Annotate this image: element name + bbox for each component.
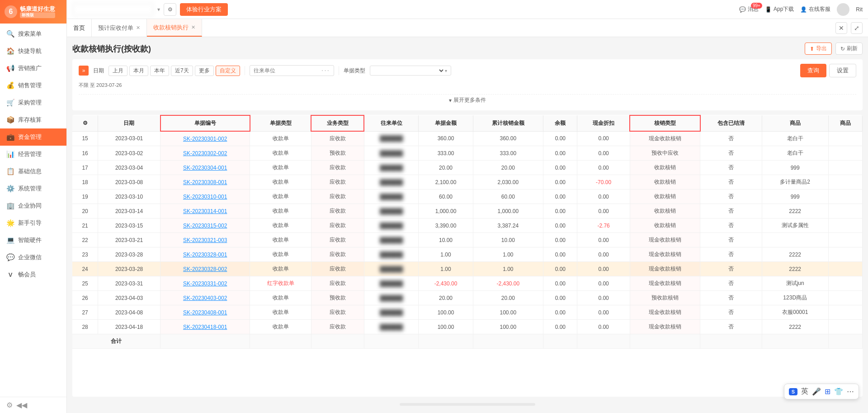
ime-apps-icon[interactable]: ⋯ [847,387,854,396]
sidebar-item-finance[interactable]: 💼 资金管理 [0,128,66,146]
cell-goods2 [828,233,862,247]
ime-mic-icon[interactable]: 🎤 [812,387,821,396]
sidebar-item-purchase[interactable]: 🛒 采购管理 [0,94,66,111]
bill-no-link[interactable]: SK-20230328-002 [183,266,227,272]
sidebar-item-marketing[interactable]: 📢 营销推广 [0,60,66,77]
service-button[interactable]: 👤 在线客服 [800,5,830,13]
cell-amount: 60.00 [419,190,473,204]
bill-no-link[interactable]: SK-20230315-002 [183,223,227,229]
horizontal-scrollbar[interactable] [400,403,535,406]
collapse-icon[interactable]: ◀◀ [16,401,27,409]
cell-date: 2023-03-01 [98,131,160,146]
ime-grid-icon[interactable]: ⊞ [825,387,830,396]
cell-balance: 0.00 [543,305,577,320]
filter-expand-button[interactable]: » [79,66,89,76]
sidebar-item-sales[interactable]: 💰 销售管理 [0,77,66,94]
sidebar-item-member[interactable]: V 畅会员 [0,266,66,283]
total-biz-type [311,334,364,349]
cell-writeoff-type: 现金收款核销 [630,320,700,334]
cell-biz-type: 应收款 [311,247,364,262]
tab-expand-btn[interactable]: ⤢ [851,22,863,34]
table-row: 21 2023-03-15 SK-20230315-002 收款单 应收款 ██… [72,218,863,233]
export-button[interactable]: ⬆ 导出 [805,43,832,55]
bill-no-link[interactable]: SK-20230418-001 [183,324,227,330]
ime-lang-toggle[interactable]: 英 [801,387,808,396]
industry-btn[interactable]: 体验行业方案 [180,3,228,16]
this-year-btn[interactable]: 本年 [150,66,169,76]
last-7days-btn[interactable]: 近7天 [171,66,193,76]
sidebar-item-operations[interactable]: 📊 经营管理 [0,146,66,163]
tab-prepay-close[interactable]: ✕ [136,25,140,31]
sidebar-item-wechat[interactable]: 💬 企业微信 [0,249,66,266]
msg-button[interactable]: 💬 消息 99+ [739,5,759,13]
cell-bill-type: 收款单 [250,204,311,218]
total-goods2 [828,334,862,349]
total-amount [419,334,473,349]
last-month-btn[interactable]: 上月 [108,66,127,76]
topbar-gear-button[interactable]: ⚙ [164,3,176,16]
bill-no-link[interactable]: SK-20230328-001 [183,252,227,258]
sidebar-item-hardware[interactable]: 💻 智能硬件 [0,232,66,249]
bill-no-link[interactable]: SK-20230310-001 [183,194,227,200]
cell-biz-type: 预收款 [311,291,364,305]
bill-type-select[interactable] [374,67,445,74]
page-title: 收款核销执行(按收款) [72,43,151,54]
bill-no-link[interactable]: SK-20230331-002 [183,280,227,287]
settings-gear-icon[interactable]: ⚙ [6,401,13,409]
bill-no-link[interactable]: SK-20230308-001 [183,179,227,185]
total-bill-no [160,334,250,349]
cell-date: 2023-03-31 [98,276,160,291]
tab-receipt-close[interactable]: ✕ [191,24,195,30]
topbar-search[interactable] [72,3,154,16]
sidebar-item-system[interactable]: ⚙️ 系统管理 [0,180,66,197]
bill-no-link[interactable]: SK-20230302-002 [183,150,227,157]
cell-partner: ██████ [364,146,419,161]
bill-no-link[interactable]: SK-20230403-002 [183,295,227,301]
ime-shirt-icon[interactable]: 👕 [834,387,843,396]
tab-home[interactable]: 首页 [67,19,92,37]
home-icon: 🏠 [6,47,14,55]
sidebar-item-guide[interactable]: 🏠 快捷导航 [0,43,66,60]
date-filter-label: 日期 [93,67,104,75]
more-date-btn[interactable]: 更多 [195,66,214,76]
cell-cash-discount: -2.76 [577,218,630,233]
custom-date-btn[interactable]: 自定义 [216,66,240,76]
bill-no-link[interactable]: SK-20230314-001 [183,208,227,214]
expand-more-row[interactable]: ▾ 展开更多条件 [79,94,856,106]
sidebar-item-search[interactable]: 🔍 搜索菜单 [0,25,66,43]
sidebar-item-inventory[interactable]: 📦 库存核算 [0,111,66,128]
service-icon: 👤 [800,6,807,13]
ime-logo: S [789,388,797,395]
cell-partner: ██████ [364,233,419,247]
sidebar-item-corp[interactable]: 🏢 企业协同 [0,197,66,214]
cell-balance: 0.00 [543,161,577,175]
col-goods: 商品 [762,115,828,131]
cell-biz-type: 应收款 [311,262,364,276]
topbar: ▾ ⚙ 体验行业方案 💬 消息 99+ 📱 App下载 👤 在线客服 Rit [67,0,868,19]
partner-input[interactable] [254,67,321,74]
cell-bill-type: 收款单 [250,131,311,146]
tab-prepay[interactable]: 预计应收付单 ✕ [92,19,147,37]
tab-close-all-btn[interactable]: ✕ [835,22,847,34]
cell-include-settled: 否 [700,161,762,175]
sidebar-item-basic[interactable]: 📋 基础信息 [0,163,66,180]
cell-goods2 [828,161,862,175]
cell-include-settled: 否 [700,233,762,247]
cell-include-settled: 否 [700,262,762,276]
table-row: 15 2023-03-01 SK-20230301-002 收款单 应收款 ██… [72,131,863,146]
finance-icon: 💼 [6,133,14,141]
filter-divider-2 [339,66,339,75]
sidebar-item-newbie[interactable]: 🌟 新手引导 [0,214,66,232]
refresh-button[interactable]: ↻ 刷新 [835,43,863,55]
corp-icon: 🏢 [6,202,14,210]
bill-no-link[interactable]: SK-20230304-001 [183,165,227,171]
bill-no-link[interactable]: SK-20230301-002 [183,136,227,142]
tab-receipt[interactable]: 收款核销执行 ✕ [147,19,202,37]
bill-no-link[interactable]: SK-20230321-003 [183,237,227,243]
table-row: 28 2023-04-18 SK-20230418-001 收款单 应收款 ██… [72,320,863,334]
bill-no-link[interactable]: SK-20230408-001 [183,309,227,316]
setting-button[interactable]: 设置 [829,64,856,77]
app-download-button[interactable]: 📱 App下载 [765,5,794,13]
query-button[interactable]: 查询 [800,64,826,77]
this-month-btn[interactable]: 本月 [129,66,148,76]
